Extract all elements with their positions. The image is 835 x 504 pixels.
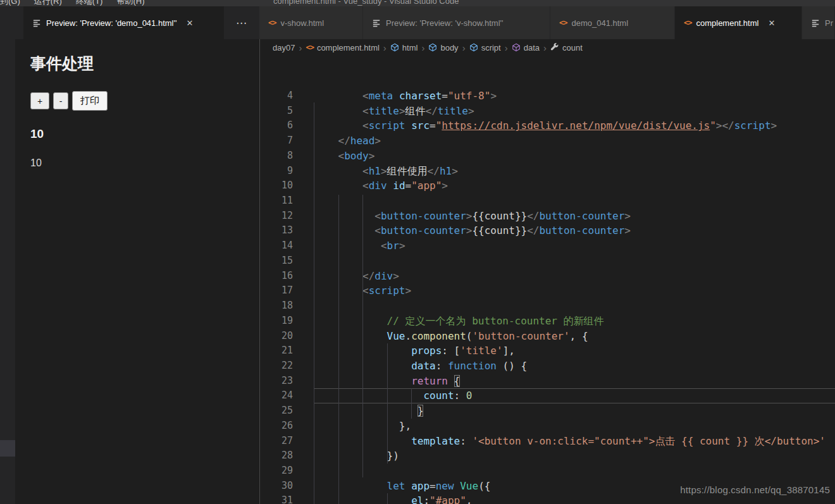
preview-heading: 事件处理 [30,53,259,74]
line-content: <meta charset="utf-8"> [293,89,497,104]
line-content: props: ['title'], [293,343,515,359]
line-number: 18 [260,298,293,314]
code-line[interactable]: 23 return { [260,374,835,389]
line-content: <button-counter>{{count}}</button-counte… [293,209,631,224]
html-file-icon: <> [684,18,691,27]
line-number: 21 [260,343,293,359]
chevron-right-icon: › [505,42,508,53]
code-line[interactable]: 21 props: ['title'], [260,343,835,359]
html-file-icon: <> [559,18,567,27]
line-number: 9 [260,164,293,179]
line-content: }) [293,448,399,464]
tab-preview-preview-v-show-html-[interactable]: Preview: 'Preview: 'v-show.html'' [363,6,550,39]
chevron-right-icon: › [299,42,302,53]
code-line[interactable]: 29 [260,464,835,479]
breadcrumb-label: script [481,43,501,52]
tab-demo-041-html[interactable]: <>demo_041.html [550,6,675,39]
tab-v-show-html[interactable]: <>v-show.html [259,6,363,39]
line-content: // 定义一个名为 button-counter 的新组件 [293,314,604,329]
sidebar-strip [0,6,15,504]
menu-item[interactable]: 帮助(H) [116,0,144,6]
code-line[interactable]: 11 [260,194,835,209]
line-content [293,298,314,314]
code-line[interactable]: 9 <h1>组件使用</h1> [260,164,835,179]
menu-item[interactable]: 运行(R) [34,0,62,6]
breadcrumb-item-script[interactable]: script [469,43,501,52]
more-actions-button[interactable]: ⋯ [231,15,252,31]
code-line[interactable]: 27 template: '<button v-on:click="count+… [260,434,835,449]
breadcrumb-item-day07[interactable]: day07 [273,43,295,52]
tab-label: Preview: 'Preview: 'v-show.html'' [386,18,503,28]
breadcrumb-item-complement-html[interactable]: <>complement.html [306,43,379,52]
editor-group: <>v-show.htmlPreview: 'Preview: 'v-show.… [259,6,835,504]
menu-item[interactable]: 终端(T) [76,0,103,6]
indent-guide [314,102,314,504]
tab-complement-html[interactable]: <>complement.html✕ [675,6,802,39]
code-line[interactable]: 5 <title>组件</title> [260,104,835,119]
code-line[interactable]: 26 }, [260,419,835,434]
code-line[interactable]: 20 Vue.component('button-counter', { [260,329,835,344]
line-content: <title>组件</title> [293,104,474,119]
code-line[interactable]: 17 <script> [260,283,835,298]
breadcrumb-label: html [402,43,418,52]
tab-label: demo_041.html [571,18,628,28]
tab-pr[interactable]: Pr [802,6,835,39]
line-content: <br> [293,238,405,254]
code-line[interactable]: 16 </div> [260,269,835,284]
minus-button[interactable]: - [53,92,68,109]
watermark: https://blog.csdn.net/qq_38870145 [680,484,830,495]
tab-preview-demo-041[interactable]: Preview: 'Preview: 'demo_041.html'' ✕ [23,6,225,39]
breadcrumb-item-body[interactable]: body [428,43,458,52]
code-line[interactable]: 13 <button-counter>{{count}}</button-cou… [260,223,835,238]
preview-icon [32,18,42,28]
breadcrumb-label: body [440,43,458,52]
code-line[interactable]: 14 <br> [260,238,835,254]
line-number: 26 [260,419,293,434]
close-icon[interactable]: ✕ [186,18,193,28]
code-line[interactable]: 6 <script src="https://cdn.jsdelivr.net/… [260,118,835,133]
line-content: el:"#app", [293,493,472,504]
line-content: return { [293,374,460,389]
line-content: </div> [293,269,399,284]
line-content: } [293,403,423,419]
line-content: <h1>组件使用</h1> [293,164,458,179]
line-number: 4 [260,89,293,104]
count-display-bold: 10 [30,127,259,141]
code-line[interactable]: 10 <div id="app"> [260,178,835,194]
breadcrumb-item-data[interactable]: data [512,43,540,52]
breadcrumb-item-count[interactable]: count [550,43,583,52]
code-line[interactable]: 12 <button-counter>{{count}}</button-cou… [260,209,835,224]
breadcrumb-label: day07 [273,43,295,52]
code-line[interactable]: 22 data: function () { [260,359,835,374]
print-button[interactable]: 打印 [72,91,108,111]
close-icon[interactable]: ✕ [768,18,775,28]
code-line[interactable]: 25 } [260,403,835,419]
code-line[interactable]: 8 <body> [260,149,835,164]
breadcrumb-label: data [524,43,540,52]
line-number: 25 [260,403,293,419]
indent-guide [387,343,388,464]
line-number: 11 [260,194,293,209]
code-line[interactable]: 28 }) [260,448,835,464]
breadcrumb-label: complement.html [317,43,380,52]
code-line[interactable]: 15 [260,254,835,269]
code-line[interactable]: 19 // 定义一个名为 button-counter 的新组件 [260,314,835,329]
code-line[interactable]: 4 <meta charset="utf-8"> [260,89,835,104]
line-number: 23 [260,374,293,389]
code-line[interactable]: 18 [260,298,835,314]
line-number: 28 [260,448,293,464]
indent-guide [411,388,412,419]
editor-main: day07›<>complement.html›html›body›script… [259,39,835,504]
code-editor[interactable]: 4 <meta charset="utf-8">5 <title>组件</tit… [260,89,835,504]
title-bar: 转到(G)运行(R)终端(T)帮助(H) complement.html - V… [0,0,835,6]
line-number: 10 [260,178,293,194]
chevron-right-icon: › [543,42,547,53]
tab-label: complement.html [696,18,758,28]
sidebar-drag-handle[interactable] [0,440,15,457]
breadcrumb-item-html[interactable]: html [390,43,418,52]
line-number: 16 [260,269,293,284]
code-line[interactable]: 7 </head> [260,133,835,149]
breadcrumb: day07›<>complement.html›html›body›script… [260,39,835,56]
menu-item[interactable]: 转到(G) [0,0,20,6]
plus-button[interactable]: + [30,92,49,109]
